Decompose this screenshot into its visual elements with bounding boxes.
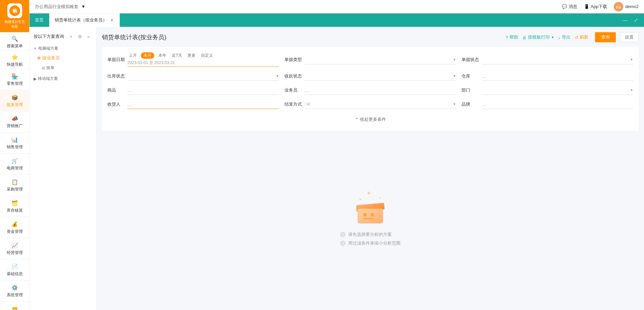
grid-icon: ⊞ (42, 66, 45, 70)
desktop-scheme-title[interactable]: ▼ 电脑端方案 (30, 44, 96, 53)
template-print-button[interactable]: 🖨 按模板打印 ▼ (522, 34, 554, 40)
collapse-filter-button[interactable]: ⌃ 收起更多条件 (107, 114, 633, 125)
tab-minimize-button[interactable]: — (621, 16, 629, 24)
settings-button[interactable]: 设置 (620, 32, 639, 42)
filter-row-2: 出库状态 ▼ 收款状态 ▼ 仓库 (107, 71, 633, 81)
date-tab-7days[interactable]: 近7天 (170, 52, 183, 59)
filter-item-settlement: 结算方式 ✕ ▼ (284, 100, 456, 109)
export-button[interactable]: ↓ 导出 (558, 34, 571, 40)
doc-status-select[interactable]: ▼ (482, 55, 633, 64)
scheme-item-by-salesperson[interactable]: 按业务员 (30, 53, 96, 63)
settlement-tag-close[interactable]: ✕ (307, 102, 310, 106)
topbar-right: 💬 消息 📱 App下载 Ea demo2 (562, 2, 639, 11)
brand-label: 品牌 (462, 101, 479, 107)
phone-icon: 📱 (584, 4, 589, 9)
app-logo[interactable]: 畅 畅捷通好生意 标版 (0, 0, 29, 32)
sidebar-item-search-menu[interactable]: 🔍 搜索菜单 (0, 32, 29, 51)
left-panel-title: 按以下方案查询 (34, 34, 64, 40)
add-scheme-button[interactable]: + (67, 33, 75, 40)
breadcrumb-dropdown[interactable]: ▼ (81, 4, 86, 9)
date-tab-custom[interactable]: 自定义 (200, 52, 214, 59)
sidebar-item-ecommerce[interactable]: 🛒 电商管理 (0, 154, 29, 175)
warehouse-label: 仓库 (462, 73, 479, 79)
logo-icon: 畅 (7, 3, 22, 18)
refresh-button[interactable]: ↺ 刷新 (575, 34, 588, 40)
empty-texts: 1 请先选择要分析的方案 2 用过滤条件来缩小分析范围 (340, 231, 400, 246)
logo-text: 畅捷通好生意 标版 (5, 19, 25, 29)
consignee-label: 收货人 (107, 101, 125, 107)
doc-type-select[interactable]: ▼ (305, 55, 456, 64)
filter-item-brand: 品牌 ... (462, 100, 633, 109)
user-menu[interactable]: Ea demo2 (614, 2, 639, 11)
salesperson-input[interactable]: ... (305, 86, 456, 95)
sidebar-item-inventory[interactable]: 🗂️ 库存核算 (0, 196, 29, 217)
sidebar-item-wholesale[interactable]: 📦 批发管理 (0, 90, 29, 111)
sidebar-item-label: 资金管理 (7, 229, 23, 235)
sidebar-item-system[interactable]: ⚙️ 系统管理 (0, 280, 29, 302)
sidebar-item-enterprise[interactable]: 🤝 企业协同 (0, 302, 29, 310)
consignee-input[interactable]: ... (127, 100, 279, 109)
sidebar-item-basic-info[interactable]: 📄 基础信息 (0, 259, 29, 280)
svg-point-9 (363, 213, 367, 216)
date-tab-more[interactable]: 更多 (186, 52, 197, 59)
main-area: 办公用品行业模拟账套 ▼ 💬 消息 📱 App下载 Ea demo2 (30, 0, 644, 310)
collapse-label: 收起更多条件 (360, 116, 386, 122)
filter-area: 单据日期 上月 本月 本年 近7天 更多 自定义 2023-03-01 至 20… (102, 47, 639, 131)
brand-input[interactable]: ... (482, 100, 633, 109)
doc-type-label: 单据类型 (284, 57, 302, 63)
query-button[interactable]: 查询 (595, 32, 616, 42)
tab-sales-stats[interactable]: 销货单统计表（按业务员） ✕ (49, 13, 120, 27)
sidebar-item-sales[interactable]: 📊 销售管理 (0, 133, 29, 154)
date-tab-last-month[interactable]: 上月 (127, 52, 138, 59)
sidebar-item-quick-nav[interactable]: ⭐ 快捷导航 (0, 51, 29, 69)
app-download-button[interactable]: 📱 App下载 (584, 4, 607, 10)
desktop-scheme-group: ▼ 电脑端方案 按业务员 ⊞ 按单 (30, 44, 96, 72)
sidebar-item-operations[interactable]: 📈 经营管理 (0, 238, 29, 259)
department-label: 部门 (462, 87, 479, 93)
mobile-scheme-title[interactable]: ▶ 移动端方案 (30, 74, 96, 83)
date-range-value[interactable]: 2023-03-01 至 2023-03-31 (127, 60, 279, 67)
hint-label-2: 用过滤条件来缩小分析范围 (348, 240, 400, 246)
sidebar-item-procurement[interactable]: 📋 采购管理 (0, 175, 29, 196)
collapse-panel-button[interactable]: « (85, 33, 92, 40)
tab-maximize-button[interactable]: ⤢ (632, 16, 640, 24)
dots-icon: ... (127, 102, 132, 107)
filter-item-date: 单据日期 上月 本月 本年 近7天 更多 自定义 2023-03-01 至 20… (107, 52, 279, 67)
svg-rect-8 (358, 209, 383, 223)
payment-status-select[interactable]: ▼ (305, 71, 456, 81)
scheme-item-by-order[interactable]: ⊞ 按单 (30, 63, 96, 72)
warehouse-input[interactable]: ... (482, 71, 633, 81)
settlement-select[interactable]: ✕ ▼ (305, 100, 456, 109)
filter-item-doc-status: 单据状态 ▼ (462, 55, 633, 64)
date-tabs: 上月 本月 本年 近7天 更多 自定义 (127, 52, 279, 59)
filter-item-doc-type: 单据类型 ▼ (284, 55, 456, 64)
ship-status-select[interactable]: ▼ (127, 71, 279, 81)
svg-text:☆: ☆ (372, 202, 377, 208)
sidebar-item-retail[interactable]: 🏪 零售管理 (0, 69, 29, 90)
date-tab-this-year[interactable]: 本年 (157, 52, 168, 59)
salesperson-label: 业务员 (284, 87, 302, 93)
tab-close-button[interactable]: ✕ (109, 17, 114, 23)
tab-home[interactable]: 首页 (30, 13, 49, 27)
scheme-settings-button[interactable]: ⚙ (76, 33, 84, 40)
filter-item-consignee: 收货人 ... (107, 100, 279, 109)
sidebar-item-label: 销售管理 (7, 144, 23, 150)
message-button[interactable]: 💬 消息 (562, 4, 577, 10)
ecommerce-icon: 🛒 (11, 157, 18, 164)
dots-icon: ... (482, 102, 487, 107)
filter-item-ship-status: 出库状态 ▼ (107, 71, 279, 81)
sidebar-item-label: 搜索菜单 (7, 43, 23, 49)
hint-label-1: 请先选择要分析的方案 (348, 231, 392, 238)
help-button[interactable]: ? 帮助 (505, 34, 518, 40)
goods-input[interactable]: ... (127, 86, 279, 95)
date-tab-this-month[interactable]: 本月 (141, 52, 154, 59)
filter-item-payment-status: 收款状态 ▼ (284, 71, 456, 81)
right-panel: 销货单统计表(按业务员) ? 帮助 🖨 按模板打印 ▼ ↓ 导出 (97, 27, 644, 310)
department-select[interactable]: ▼ (482, 86, 633, 95)
sidebar-item-marketing[interactable]: 📣 营销推广 (0, 111, 29, 133)
svg-point-10 (371, 213, 374, 216)
chevron-down-icon: ▼ (630, 58, 633, 61)
sidebar-item-finance[interactable]: 💰 资金管理 (0, 217, 29, 238)
search-icon: 🔍 (11, 35, 18, 42)
chevron-down-icon: ▼ (453, 58, 456, 61)
